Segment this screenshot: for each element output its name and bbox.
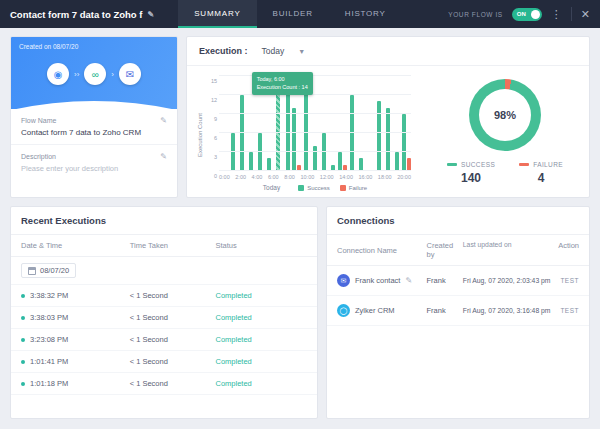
execution-status: Completed xyxy=(215,379,307,388)
success-bar[interactable] xyxy=(231,133,235,171)
connection-name: Zylker CRM xyxy=(355,306,395,315)
tab-summary[interactable]: SUMMARY xyxy=(178,0,256,28)
execution-row[interactable]: 1:01:18 PM< 1 SecondCompleted xyxy=(11,373,317,395)
success-bar[interactable] xyxy=(395,152,399,171)
failure-legend-swatch xyxy=(340,185,346,191)
column-created-by: Created by xyxy=(427,241,463,259)
tab-history[interactable]: HISTORY xyxy=(329,0,402,28)
flow-title: Contact form 7 data to Zoho f ✎ xyxy=(0,0,164,28)
edit-flow-name-icon[interactable]: ✎ xyxy=(160,116,167,125)
status-dot xyxy=(21,382,25,386)
close-icon[interactable]: ✕ xyxy=(581,9,590,20)
date-group-value: 08/07/20 xyxy=(40,266,69,275)
success-bar[interactable] xyxy=(258,133,262,171)
x-tick-label: 2:00 xyxy=(235,174,246,180)
flow-app-icons: ◉ ›› ∞ › ✉ xyxy=(11,63,177,85)
recent-executions-header: Date & Time Time Taken Status xyxy=(11,235,317,257)
topbar-right: YOUR FLOW IS ON ⋮ ✕ xyxy=(448,0,600,28)
failure-stat: FAILURE 4 xyxy=(519,161,563,185)
success-bar[interactable] xyxy=(286,89,290,171)
success-bar[interactable] xyxy=(338,152,342,171)
edit-title-icon[interactable]: ✎ xyxy=(147,10,154,19)
calendar-icon xyxy=(28,267,36,275)
legend-label: Failure xyxy=(349,185,367,191)
chart-footer: Today SuccessFailure xyxy=(219,184,411,191)
success-bar[interactable] xyxy=(240,95,244,171)
legend-item-failure: Failure xyxy=(340,185,367,191)
success-bar[interactable] xyxy=(386,108,390,171)
bars-container xyxy=(219,76,411,171)
column-connection-name: Connection Name xyxy=(337,241,427,259)
success-bar[interactable] xyxy=(249,152,253,171)
recent-executions-rows: 3:38:32 PM< 1 SecondCompleted3:38:03 PM<… xyxy=(11,285,317,395)
flow-name-label: Flow Name xyxy=(21,117,56,124)
success-bar[interactable] xyxy=(313,146,317,171)
success-bar[interactable] xyxy=(402,114,406,171)
failure-count: 4 xyxy=(538,171,545,185)
x-tick-label: 18:00 xyxy=(378,174,392,180)
test-connection-link[interactable]: TEST xyxy=(560,307,579,314)
connection-last-updated: Fri Aug, 07 2020, 2:03:43 pm xyxy=(463,277,553,284)
connection-name: Frank contact xyxy=(355,276,400,285)
x-tick-label: 12:00 xyxy=(320,174,334,180)
success-bar[interactable] xyxy=(276,82,280,171)
flow-title-text: Contact form 7 data to Zoho f xyxy=(10,9,142,20)
connection-app-icon: ✉ xyxy=(337,274,350,287)
donut-center-label: 98% xyxy=(479,89,531,141)
x-axis-title: Today xyxy=(263,184,280,191)
date-chip[interactable]: 08/07/20 xyxy=(21,263,76,278)
execution-row[interactable]: 3:38:03 PM< 1 SecondCompleted xyxy=(11,307,317,329)
success-bar[interactable] xyxy=(304,89,308,171)
execution-status: Completed xyxy=(215,313,307,322)
gridline: 0 xyxy=(219,170,411,171)
y-axis-label: Execution Count xyxy=(195,76,205,193)
recent-executions-title: Recent Executions xyxy=(11,207,317,235)
x-tick-label: 4:00 xyxy=(252,174,263,180)
connection-row[interactable]: ◯Zylker CRMFrankFri Aug, 07 2020, 3:16:4… xyxy=(327,296,589,326)
success-bar[interactable] xyxy=(322,133,326,171)
x-tick-label: 20:00 xyxy=(397,174,411,180)
bar-group-20:00 xyxy=(402,76,411,171)
execution-row[interactable]: 1:01:41 PM< 1 SecondCompleted xyxy=(11,351,317,373)
y-tick-label: 6 xyxy=(205,135,217,141)
flow-status-label: YOUR FLOW IS xyxy=(448,11,503,18)
execution-status: Completed xyxy=(215,357,307,366)
toggle-state-label: ON xyxy=(517,11,526,17)
success-count: 140 xyxy=(461,171,481,185)
test-connection-link[interactable]: TEST xyxy=(560,277,579,284)
kebab-menu-icon[interactable]: ⋮ xyxy=(551,9,562,20)
bar-group-14:00 xyxy=(347,76,356,171)
range-dropdown[interactable]: Today ▼ xyxy=(258,44,310,58)
edit-connection-icon[interactable]: ✎ xyxy=(405,276,412,285)
bar-group-2:00 xyxy=(237,76,246,171)
topbar-tabs: SUMMARYBUILDERHISTORY xyxy=(178,0,402,28)
connection-row[interactable]: ✉Frank contact✎FrankFri Aug, 07 2020, 2:… xyxy=(327,266,589,296)
time-taken: < 1 Second xyxy=(130,357,216,366)
created-on-label: Created on 08/07/20 xyxy=(19,43,78,50)
chevron-down-icon: ▼ xyxy=(298,48,305,55)
success-legend-swatch xyxy=(298,185,304,191)
topbar: Contact form 7 data to Zoho f ✎ SUMMARYB… xyxy=(0,0,600,28)
x-axis-ticks: 0:002:004:006:008:0010:0012:0014:0016:00… xyxy=(219,174,411,180)
recent-executions-card: Recent Executions Date & Time Time Taken… xyxy=(10,206,318,419)
execution-chart: Execution Count Today, 6:00 Execution Co… xyxy=(187,66,421,197)
success-bar[interactable] xyxy=(292,108,296,171)
x-tick-label: 14:00 xyxy=(339,174,353,180)
edit-description-icon[interactable]: ✎ xyxy=(160,152,167,161)
bar-group-12:00 xyxy=(329,76,338,171)
gridline: 12 xyxy=(219,94,411,95)
flow-on-toggle[interactable]: ON xyxy=(512,8,542,21)
execution-chart-plot[interactable]: Today, 6:00 Execution Count : 14 0369121… xyxy=(219,76,411,171)
description-placeholder[interactable]: Please enter your description xyxy=(21,164,167,173)
x-tick-label: 6:00 xyxy=(268,174,279,180)
main-content: Created on 08/07/20 ◉ ›› ∞ › ✉ Flow Name… xyxy=(0,28,600,427)
tab-builder[interactable]: BUILDER xyxy=(257,0,329,28)
execution-row[interactable]: 3:38:32 PM< 1 SecondCompleted xyxy=(11,285,317,307)
connection-app-icon: ◯ xyxy=(337,304,350,317)
status-dot xyxy=(21,338,25,342)
success-bar[interactable] xyxy=(350,95,354,171)
gridline: 3 xyxy=(219,151,411,152)
success-bar[interactable] xyxy=(377,101,381,171)
execution-row[interactable]: 3:23:08 PM< 1 SecondCompleted xyxy=(11,329,317,351)
success-dash-icon xyxy=(447,163,457,166)
